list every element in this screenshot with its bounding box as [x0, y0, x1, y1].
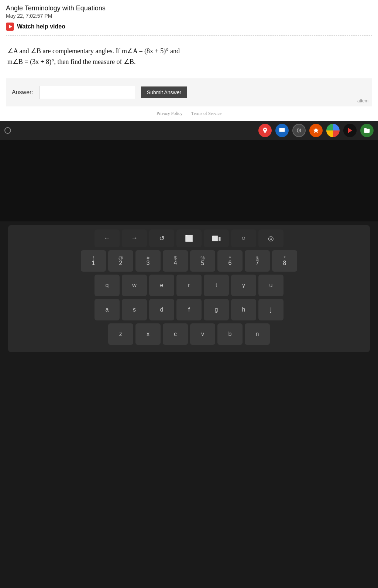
key-6[interactable]: ^ 6 [217, 250, 243, 272]
key-y[interactable]: y [231, 275, 256, 296]
svg-rect-0 [279, 128, 285, 132]
taskbar-icon-2[interactable] [275, 124, 289, 137]
asdf-row: a s d f g h j [11, 299, 367, 320]
key-e[interactable]: e [149, 275, 174, 296]
watch-help-label: Watch help video [17, 23, 65, 30]
key-refresh[interactable]: ↺ [149, 230, 174, 247]
key-h[interactable]: h [231, 299, 256, 320]
taskbar-icon-3[interactable]: ))) [292, 124, 306, 137]
answer-input[interactable] [39, 86, 135, 99]
keyboard: ← → ↺ ⬜ ⬜▮ ○ ◎ ! 1 @ 2 # 3 $ 4 [8, 225, 370, 352]
key-2[interactable]: @ 2 [108, 250, 133, 272]
key-q[interactable]: q [94, 275, 120, 296]
footer: Privacy Policy Terms of Service [0, 106, 378, 121]
page-title: Angle Terminology with Equations [6, 4, 372, 12]
key-brightness-up[interactable]: ◎ [258, 230, 284, 247]
key-5[interactable]: % 5 [190, 250, 215, 272]
key-3[interactable]: # 3 [135, 250, 161, 272]
zxcv-row: z x c v b n [11, 323, 367, 345]
key-n[interactable]: n [245, 323, 270, 345]
key-brightness-down[interactable]: ○ [231, 230, 256, 247]
number-row: ! 1 @ 2 # 3 $ 4 % 5 ^ 6 [11, 250, 367, 272]
taskbar-icon-chrome[interactable] [326, 124, 340, 137]
key-4[interactable]: $ 4 [163, 250, 188, 272]
key-s[interactable]: s [122, 299, 147, 320]
key-x[interactable]: x [135, 323, 161, 345]
attempt-text: attem [357, 98, 368, 103]
key-a[interactable]: a [94, 299, 120, 320]
taskbar-icons: ))) [258, 124, 374, 137]
key-forward[interactable]: → [122, 230, 147, 247]
key-fullscreen[interactable]: ⬜ [176, 230, 202, 247]
key-1[interactable]: ! 1 [81, 250, 106, 272]
key-t[interactable]: t [204, 275, 229, 296]
browser-content: Angle Terminology with Equations May 22,… [0, 0, 378, 106]
key-c[interactable]: c [163, 323, 188, 345]
key-7[interactable]: & 7 [245, 250, 270, 272]
key-8[interactable]: * 8 [272, 250, 297, 272]
watch-help-button[interactable]: Watch help video [6, 23, 372, 31]
key-g[interactable]: g [204, 299, 229, 320]
answer-section: Answer: Submit Answer attem [6, 78, 372, 106]
svg-marker-1 [348, 128, 352, 133]
answer-label: Answer: [12, 89, 33, 96]
terms-of-service-link[interactable]: Terms of Service [191, 111, 221, 116]
key-back[interactable]: ← [94, 230, 120, 247]
key-b[interactable]: b [217, 323, 243, 345]
function-row: ← → ↺ ⬜ ⬜▮ ○ ◎ [11, 230, 367, 247]
privacy-policy-link[interactable]: Privacy Policy [157, 111, 182, 116]
taskbar-icon-files[interactable] [360, 124, 374, 137]
taskbar-icon-play[interactable] [343, 124, 357, 137]
dark-screen-area [0, 140, 378, 221]
taskbar-icon-4[interactable] [309, 124, 323, 137]
home-button[interactable] [4, 127, 11, 134]
key-f[interactable]: f [176, 299, 202, 320]
question-line1: ∠A and ∠B are complementary angles. If m… [7, 47, 180, 55]
keyboard-area: ← → ↺ ⬜ ⬜▮ ○ ◎ ! 1 @ 2 # 3 $ 4 [0, 221, 378, 367]
question-text: ∠A and ∠B are complementary angles. If m… [7, 46, 371, 67]
key-u[interactable]: u [258, 275, 284, 296]
timestamp: May 22, 7:02:57 PM [6, 13, 372, 19]
question-area: ∠A and ∠B are complementary angles. If m… [6, 43, 372, 75]
video-play-icon [6, 23, 14, 31]
section-divider [6, 35, 372, 35]
question-line2: m∠B = (3x + 8)°, then find the measure o… [7, 58, 135, 65]
key-r[interactable]: r [176, 275, 202, 296]
key-w[interactable]: w [122, 275, 147, 296]
taskbar: ))) [0, 121, 378, 140]
key-d[interactable]: d [149, 299, 174, 320]
key-window[interactable]: ⬜▮ [204, 230, 229, 247]
taskbar-icon-1[interactable] [258, 124, 272, 137]
key-z[interactable]: z [108, 323, 133, 345]
key-j[interactable]: j [258, 299, 284, 320]
submit-answer-button[interactable]: Submit Answer [141, 86, 187, 98]
key-v[interactable]: v [190, 323, 215, 345]
qwerty-row: q w e r t y u [11, 275, 367, 296]
